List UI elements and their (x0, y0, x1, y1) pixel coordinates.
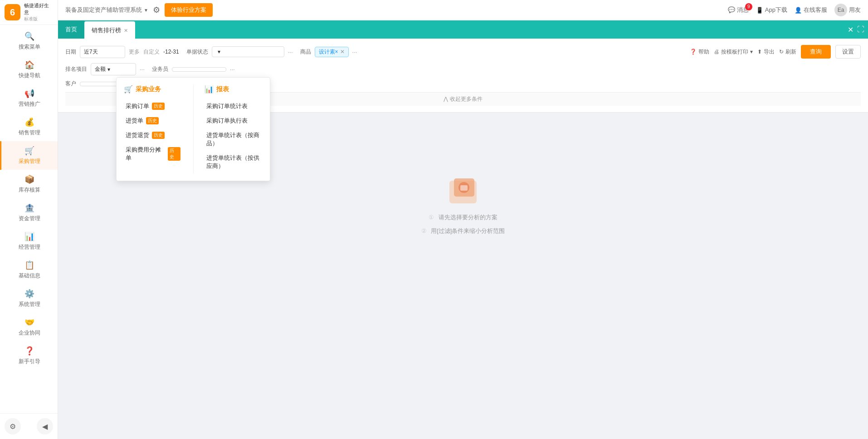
sidebar-item-marketing[interactable]: 📢 营销推广 (0, 84, 58, 113)
refresh-icon: ↻ (779, 49, 784, 55)
product-filter: 商品 设计素× ✕ ··· (300, 46, 357, 58)
history-badge: 历史 (152, 103, 165, 110)
tab-sales-rank-label: 销售排行榜 (92, 26, 121, 35)
logo-sub: 标准版 (24, 16, 53, 22)
date-value: 近7天 (84, 48, 98, 56)
print-icon: 🖨 (714, 49, 719, 55)
tab-sales-rank[interactable]: 销售排行榜 ✕ (84, 21, 135, 39)
close-all-icon[interactable]: ✕ (848, 25, 853, 34)
online-service-button[interactable]: 👤 在线客服 (795, 6, 827, 14)
status-filter: 单据状态 ▾ ··· (186, 46, 293, 58)
menu-item-purchase-order-exec[interactable]: 采购订单执行表 (205, 113, 263, 128)
salesman-more-icon[interactable]: ··· (230, 66, 235, 73)
message-button[interactable]: 💬 消息 9 (728, 6, 749, 14)
date-range-end: -12-31 (163, 49, 179, 55)
sidebar-item-purchase[interactable]: 🛒 采购管理 (0, 141, 58, 170)
menu-item-purchase-cost[interactable]: 采购费用分摊单 历史 (124, 143, 182, 165)
chevron-down-icon: ▾ (218, 49, 220, 55)
sidebar-item-label: 销售管理 (19, 129, 40, 137)
date-label: 日期 (65, 48, 76, 56)
rank-select[interactable]: 金额 ▾ (91, 63, 136, 75)
date-custom[interactable]: 自定义 (143, 48, 160, 56)
settings-button[interactable]: ⚙ (5, 418, 21, 434)
export-button[interactable]: ⬆ 导出 (757, 48, 775, 56)
salesman-select[interactable] (172, 67, 226, 72)
customer-label: 客户 (65, 80, 76, 88)
sidebar-item-sales[interactable]: 💰 销售管理 (0, 113, 58, 141)
basic-icon: 📋 (24, 260, 34, 270)
history-badge: 历史 (152, 132, 165, 139)
menu-item-label: 采购订单统计表 (206, 102, 248, 110)
dropdown-arrow-icon: ▼ (144, 8, 148, 13)
history-badge: 历史 (146, 117, 159, 124)
menu-item-goods-stat-product[interactable]: 进货单统计表（按商品） (205, 128, 263, 151)
sidebar-item-quicknav[interactable]: 🏠 快捷导航 (0, 55, 58, 84)
dropdown-menu: 🛒 采购业务 采购订单 历史 进货单 历史 进货退货 历史 采购费用分摊单 (116, 77, 270, 181)
rank-arrow-icon: ▾ (107, 66, 110, 73)
solution-button[interactable]: 体验行业方案 (165, 3, 213, 17)
tab-home[interactable]: 首页 (58, 20, 84, 39)
settings-config-button[interactable]: 设置 (835, 45, 861, 59)
sidebar-item-label: 采购管理 (19, 158, 40, 165)
menu-item-purchase-order[interactable]: 采购订单 历史 (124, 99, 182, 113)
product-tag-remove-icon[interactable]: ✕ (340, 49, 345, 55)
sidebar-item-inventory[interactable]: 📦 库存核算 (0, 170, 58, 198)
status-label: 单据状态 (186, 48, 208, 56)
help-button[interactable]: ❓ 帮助 (690, 48, 709, 56)
export-icon: ⬆ (757, 49, 762, 55)
query-button[interactable]: 查询 (801, 45, 831, 59)
logo-icon: 6 (5, 4, 20, 20)
user-button[interactable]: Ea 用友 (834, 4, 861, 16)
sidebar-item-label: 营销推广 (19, 100, 40, 108)
sidebar-item-label: 快捷导航 (19, 72, 40, 79)
report-col-icon: 📊 (205, 85, 214, 94)
phone-icon: 📱 (756, 7, 763, 14)
refresh-button[interactable]: ↻ 刷新 (779, 48, 796, 56)
print-button[interactable]: 🖨 按模板打印 ▾ (714, 48, 753, 56)
topbar-settings-icon[interactable]: ⚙ (153, 5, 160, 15)
maximize-icon[interactable]: ⛶ (857, 25, 864, 34)
sidebar-item-system[interactable]: ⚙️ 系统管理 (0, 284, 58, 313)
menu-item-label: 采购订单 (126, 102, 149, 110)
rank-more-icon[interactable]: ··· (140, 66, 145, 73)
topbar: 装备及固定资产辅助管理系统 ▼ ⚙ 体验行业方案 💬 消息 9 📱 App下载 … (58, 0, 868, 20)
notification-badge: 9 (745, 3, 752, 10)
sidebar-item-label: 资金管理 (19, 215, 40, 222)
status-more-icon[interactable]: ··· (288, 49, 293, 55)
tab-close-icon[interactable]: ✕ (124, 28, 128, 34)
toolbar-right: ❓ 帮助 🖨 按模板打印 ▾ ⬆ 导出 ↻ 刷新 (690, 45, 861, 59)
menu-item-label: 进货单统计表（按商品） (206, 131, 261, 148)
sidebar-item-label: 企业协同 (19, 329, 40, 337)
app-download-button[interactable]: 📱 App下载 (756, 6, 787, 14)
sidebar-item-operation[interactable]: 📊 经营管理 (0, 227, 58, 256)
sidebar-item-enterprise[interactable]: 🤝 企业协同 (0, 313, 58, 341)
sidebar-item-basic[interactable]: 📋 基础信息 (0, 256, 58, 284)
menu-item-goods-return[interactable]: 进货退货 历史 (124, 128, 182, 143)
sidebar-item-search[interactable]: 🔍 搜索菜单 (0, 27, 58, 55)
purchase-col-icon: 🛒 (124, 85, 133, 94)
marketing-icon: 📢 (24, 89, 34, 99)
menu-item-goods-stat-supplier[interactable]: 进货单统计表（按供应商） (205, 151, 263, 173)
menu-item-label: 进货单 (126, 117, 143, 125)
sidebar-nav: 🔍 搜索菜单 🏠 快捷导航 📢 营销推广 💰 销售管理 🛒 采购管理 📦 库存核… (0, 25, 58, 413)
product-more-icon[interactable]: ··· (352, 49, 357, 55)
purchase-icon: 🛒 (24, 146, 34, 156)
history-badge: 历史 (168, 147, 180, 161)
menu-item-purchase-order-stat[interactable]: 采购订单统计表 (205, 99, 263, 113)
collapse-button[interactable]: ◀ (37, 418, 53, 434)
menu-item-goods-receipt[interactable]: 进货单 历史 (124, 113, 182, 128)
collapse-up-icon: ⋀ (444, 96, 448, 102)
rank-value: 金额 (95, 65, 106, 73)
system-title[interactable]: 装备及固定资产辅助管理系统 ▼ (65, 6, 148, 14)
sidebar-item-newbie[interactable]: ❓ 新手引导 (0, 341, 58, 370)
sales-icon: 💰 (24, 117, 34, 127)
salesman-filter: 业务员 ··· (152, 65, 235, 73)
purchase-col-title: 🛒 采购业务 (124, 85, 182, 94)
product-tag: 设计素× ✕ (315, 47, 349, 57)
sidebar-item-finance[interactable]: 🏦 资金管理 (0, 198, 58, 227)
status-select[interactable]: ▾ (212, 46, 284, 57)
date-select[interactable]: 近7天 (80, 46, 125, 58)
tabbar: 首页 销售排行榜 ✕ ✕ ⛶ (58, 20, 868, 39)
date-more[interactable]: 更多 (129, 48, 140, 56)
sidebar: 6 畅捷通好生意 标准版 🔍 搜索菜单 🏠 快捷导航 📢 营销推广 💰 销售管理… (0, 0, 58, 439)
